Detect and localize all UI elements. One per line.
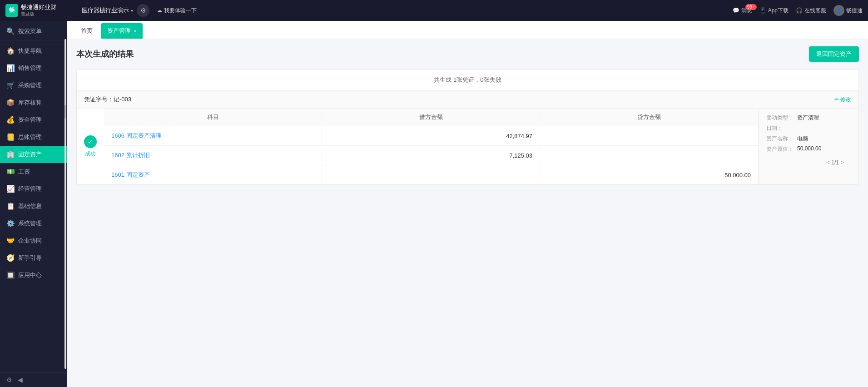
main-layout: 🔍 搜索菜单 🏠 快捷导航 📊 销售管理 🛒 采购管理 📦 库存核算 [0,21,868,387]
voucher-header: 凭证字号：记-003 ✏ 修改 [77,91,858,109]
chevron-down-icon: ▾ [131,8,133,13]
sidebar-label-search: 搜索菜单 [18,27,42,35]
sidebar-item-operations[interactable]: 📈 经营管理 [0,180,67,198]
sidebar-item-sys-mgmt[interactable]: ⚙️ 系统管理 [0,215,67,232]
sidebar-scrollbar[interactable] [64,39,66,369]
sidebar-collapse-button[interactable]: ◀ [18,376,23,383]
sidebar-item-search[interactable]: 🔍 搜索菜单 [0,23,67,40]
tab-home[interactable]: 首页 [74,23,99,39]
debit-1602: 7,125.03 [322,147,540,164]
sidebar-label-sales: 销售管理 [18,64,42,72]
col-account: 科目 [104,109,322,126]
ledger-icon: 📒 [6,133,15,141]
app-name: 畅捷通好业财 [21,4,56,11]
company-selector[interactable]: 医疗器械行业演示 ▾ [82,6,133,15]
account-1602[interactable]: 1602 累计折旧 [104,146,322,165]
sidebar-label-ledger: 总账管理 [18,133,42,141]
settings-icon[interactable]: ⚙ [137,4,149,17]
asset-name-label: 资产名称： [766,135,794,143]
change-type-row: 变动类型： 资产清理 [766,114,851,122]
messages-button[interactable]: 💬 消息 99+ [733,7,752,15]
tab-close-icon[interactable]: × [134,28,136,34]
sidebar-item-guide[interactable]: 🧭 新手引导 [0,249,67,267]
sidebar-item-basic-info[interactable]: 📋 基础信息 [0,198,67,215]
sidebar-settings-button[interactable]: ⚙ [6,376,12,383]
messages-badge: 99+ [745,4,757,10]
avatar: 👤 [833,5,844,16]
user-area[interactable]: 👤 畅捷通 [833,5,863,16]
credit-1602 [540,150,758,161]
sidebar-item-payroll[interactable]: 💵 工资 [0,163,67,180]
col-credit: 贷方金额 [540,109,758,126]
sidebar-item-enterprise[interactable]: 🤝 企业协同 [0,232,67,249]
app-edition: 普及版 [21,11,56,17]
sidebar-item-ledger[interactable]: 📒 总账管理 [0,129,67,146]
sidebar-label-funds: 资金管理 [18,116,42,124]
sales-icon: 📊 [6,64,15,72]
page-header: 本次生成的结果 返回固定资产 [76,46,859,62]
table-row: 1601 固定资产 50,000.00 [104,165,758,184]
return-button[interactable]: 返回固定资产 [809,46,859,62]
success-circle: ✓ [84,135,97,148]
company-name: 医疗器械行业演示 [82,6,129,15]
page-title: 本次生成的结果 [76,49,134,60]
sidebar-label-app-center: 应用中心 [18,271,42,279]
sidebar-label-purchase: 采购管理 [18,81,42,89]
asset-name-value: 电脑 [797,135,808,143]
table-header: 科目 借方金额 贷方金额 [104,109,758,126]
success-label: 成功 [85,150,96,158]
app-center-icon: 🔲 [6,271,15,279]
change-type-label: 变动类型： [766,114,794,122]
asset-value-label: 资产原值： [766,145,794,153]
logo-area: 畅 畅捷通好业财 普及版 [5,4,73,18]
sidebar-item-purchase[interactable]: 🛒 采购管理 [0,77,67,94]
sidebar-label-operations: 经营管理 [18,185,42,193]
header-center: 医疗器械行业演示 ▾ ⚙ ☁ 我要体验一下 [73,4,733,17]
operations-icon: 📈 [6,185,15,193]
basic-info-icon: 📋 [6,202,15,210]
support-icon: 🎧 [796,7,803,14]
sidebar-label-guide: 新手引导 [18,254,42,262]
home-icon: 🏠 [6,47,15,55]
next-page-button[interactable]: > [841,159,844,166]
sidebar: 🔍 搜索菜单 🏠 快捷导航 📊 销售管理 🛒 采购管理 📦 库存核算 [0,21,67,387]
asset-value-value: 50,000.00 [797,145,821,153]
date-row: 日期： [766,124,851,132]
app-download-button[interactable]: 📱 App下载 [759,7,789,15]
date-label: 日期： [766,124,783,132]
sidebar-item-inventory[interactable]: 📦 库存核算 [0,94,67,111]
cloud-icon: ☁ [157,7,162,14]
tab-asset-mgmt[interactable]: 资产管理 × [101,23,143,39]
sidebar-footer: ⚙ ◀ [0,372,67,387]
fixed-assets-icon: 🏢 [6,150,15,159]
sidebar-label-enterprise: 企业协同 [18,237,42,245]
edit-button[interactable]: ✏ 修改 [834,96,851,104]
account-1601[interactable]: 1601 固定资产 [104,165,322,184]
sidebar-item-app-center[interactable]: 🔲 应用中心 [0,267,67,284]
sidebar-label-quick-nav: 快捷导航 [18,47,42,55]
experience-button[interactable]: ☁ 我要体验一下 [157,7,197,15]
sidebar-item-funds[interactable]: 💰 资金管理 [0,111,67,129]
asset-value-row: 资产原值： 50,000.00 [766,145,851,153]
online-support-button[interactable]: 🎧 在线客服 [796,7,826,15]
pagination: < 1/1 > [766,156,851,169]
sys-mgmt-icon: ⚙️ [6,219,15,228]
voucher-body: ✓ 成功 科目 借方金额 贷方金额 1606 固定资产清理 4 [77,109,858,184]
result-summary: 共生成 1张凭证，0张失败 [77,69,858,91]
sidebar-label-payroll: 工资 [18,168,30,176]
sidebar-scroll-thumb [64,105,66,119]
prev-page-button[interactable]: < [826,159,829,166]
asset-name-row: 资产名称： 电脑 [766,135,851,143]
sidebar-label-basic-info: 基础信息 [18,202,42,210]
change-type-value: 资产清理 [797,114,819,122]
page-info: 1/1 [831,159,839,166]
sidebar-item-sales[interactable]: 📊 销售管理 [0,60,67,77]
account-1606[interactable]: 1606 固定资产清理 [104,126,322,145]
sidebar-item-quick-nav[interactable]: 🏠 快捷导航 [0,42,67,60]
page-content: 本次生成的结果 返回固定资产 共生成 1张凭证，0张失败 凭证字号：记-003 … [67,39,868,387]
debit-1601 [322,169,540,180]
header-right: 💬 消息 99+ 📱 App下载 🎧 在线客服 👤 畅捷通 [733,5,863,16]
tab-bar: 首页 资产管理 × [67,21,868,39]
sidebar-label-inventory: 库存核算 [18,99,42,107]
sidebar-item-fixed-assets[interactable]: 🏢 固定资产 [0,146,67,163]
